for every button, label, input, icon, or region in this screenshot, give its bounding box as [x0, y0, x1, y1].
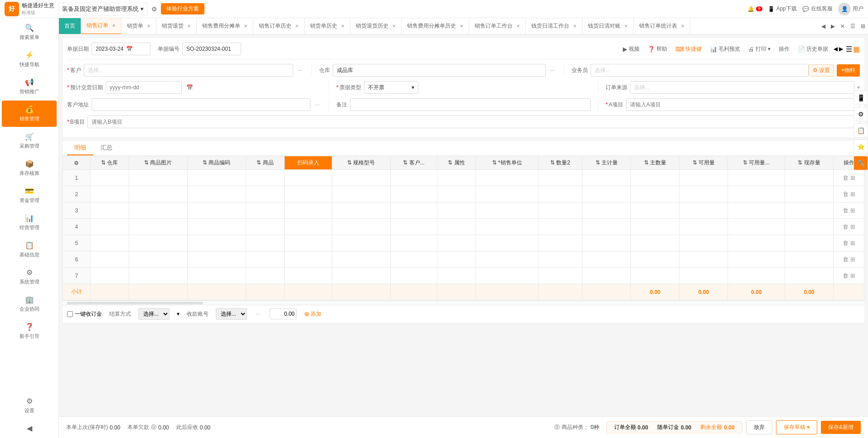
sidebar-item-search[interactable]: 🔍搜索菜单 — [2, 19, 57, 45]
tab-sales-stat[interactable]: 销售订单统计表✕ — [634, 18, 690, 34]
a-project-input[interactable] — [626, 98, 860, 111]
copy-row-icon[interactable]: ⊞ — [850, 240, 855, 246]
account-select[interactable]: 选择... — [216, 308, 247, 320]
delete-row-icon[interactable]: 🗑 — [843, 207, 849, 214]
float-tool-btn[interactable]: 🔧 — [853, 156, 868, 170]
sidebar-item-marketing[interactable]: 📢营销推广 — [2, 73, 57, 100]
notification-btn[interactable]: 🔔 9 — [747, 6, 762, 12]
order-source-dropdown[interactable]: ▾ — [857, 84, 860, 91]
col-header-main_unit[interactable]: ⇅ 主计量 — [582, 156, 631, 170]
col-header-code[interactable]: ⇅ 商品编码 — [187, 156, 246, 170]
col-header-image[interactable]: ⇅ 商品图片 — [129, 156, 187, 170]
order-source-input[interactable]: 选择... — [630, 81, 854, 94]
col-header-available[interactable]: ⇅ 可用量 — [679, 156, 728, 170]
tab-expand-btn[interactable]: ⊞ — [858, 18, 868, 34]
date-input[interactable]: 2023-03-24 📅 — [92, 43, 150, 55]
abandon-btn[interactable]: 放弃 — [746, 420, 772, 434]
warehouse-input[interactable]: 成品库 — [333, 64, 545, 77]
history-btn[interactable]: 📄 历史单据 — [795, 44, 831, 54]
profit-btn[interactable]: 📊 毛利预览 — [707, 44, 743, 54]
online-service-btn[interactable]: 💬 在线客服 — [802, 5, 833, 13]
sidebar-item-purchase[interactable]: 🛒采购管理 — [2, 128, 57, 154]
col-header-main_qty[interactable]: ⇅ 主数量 — [631, 156, 679, 170]
col-header-qty2[interactable]: ⇅ 数量2 — [538, 156, 582, 170]
account-more-btn[interactable]: ··· — [254, 311, 262, 317]
copy-row-icon[interactable]: ⊞ — [850, 272, 855, 279]
tab-menu-btn[interactable]: ☰ — [848, 18, 858, 34]
sidebar-item-guide[interactable]: ❓新手引导 — [2, 318, 57, 344]
tab-sales-order[interactable]: 销售订单✕ — [81, 18, 121, 34]
cell-actions-3[interactable]: 🗑⊞ — [834, 202, 864, 219]
shortcut-btn[interactable]: ⌨ 快捷键 — [673, 44, 704, 54]
tab-sales-fee-history[interactable]: 销售费用分摊单历史✕ — [402, 18, 469, 34]
invoice-select[interactable]: 不开票 ▾ — [364, 81, 418, 94]
cell-actions-4[interactable]: 🗑⊞ — [834, 219, 864, 235]
customer-more-btn[interactable]: ··· — [296, 67, 304, 73]
float-star-btn[interactable]: ⭐ — [853, 140, 868, 154]
tab-sales-order-history[interactable]: 销售订单历史✕ — [253, 18, 305, 34]
sidebar-item-sales[interactable]: 💰销售管理 — [2, 101, 57, 127]
delete-row-icon[interactable]: 🗑 — [843, 223, 849, 230]
sidebar-item-finance[interactable]: 💳资金管理 — [2, 182, 57, 208]
sidebar-item-operations[interactable]: 📊经营管理 — [2, 209, 57, 236]
sidebar-item-quick-nav[interactable]: ⚡快捷导航 — [2, 46, 57, 72]
delete-row-icon[interactable]: 🗑 — [843, 191, 849, 197]
one-click-payment-check[interactable]: 一键收订金 — [67, 310, 102, 318]
delivery-calendar-icon[interactable]: 📅 — [186, 84, 193, 91]
print-btn[interactable]: 🖨 打印 ▾ — [746, 44, 773, 54]
tab-sales-return[interactable]: 销货单✕ — [121, 18, 156, 34]
sub-tab-detail[interactable]: 明细 — [67, 141, 93, 155]
cell-actions-6[interactable]: 🗑⊞ — [834, 251, 864, 268]
sidebar-item-basic-info[interactable]: 📋基础信息 — [2, 236, 57, 263]
settings-btn[interactable]: ⚙设置 — [809, 64, 834, 77]
float-list-btn[interactable]: 📋 — [853, 123, 868, 138]
tab-sales-refund[interactable]: 销货退货✕ — [156, 18, 197, 34]
agent-input[interactable]: 选择... — [591, 64, 809, 77]
sidebar-item-inventory[interactable]: 📦库存核算 — [2, 155, 57, 181]
add-payment-btn[interactable]: ⊕ 添加 — [304, 310, 321, 318]
payment-amount-input[interactable] — [270, 308, 297, 319]
cell-actions-1[interactable]: 🗑⊞ — [834, 170, 864, 186]
tab-sales-order-workbench[interactable]: 销售订单工作台✕ — [469, 18, 526, 34]
app-download-btn[interactable]: 📱 App下载 — [768, 5, 797, 13]
delete-row-icon[interactable]: 🗑 — [843, 272, 849, 279]
save-new-btn[interactable]: 保存&新增 — [821, 421, 861, 434]
tab-home[interactable]: 首页 — [59, 18, 81, 34]
tab-prev-btn[interactable]: ◀ — [819, 18, 828, 34]
tab-sales-refund-history[interactable]: 销货退货历史✕ — [350, 18, 402, 34]
copy-row-icon[interactable]: ⊞ — [850, 174, 855, 181]
float-settings-btn[interactable]: ⚙ — [853, 107, 868, 121]
col-header-product[interactable]: ⇅ 商品 — [246, 156, 284, 170]
delete-row-icon[interactable]: 🗑 — [843, 174, 849, 181]
copy-row-icon[interactable]: ⊞ — [850, 256, 855, 263]
save-draft-btn[interactable]: 保存草稿 ▾ — [776, 420, 817, 434]
tab-sales-fee-split[interactable]: 销售费用分摊单✕ — [197, 18, 253, 34]
delivery-input[interactable] — [106, 81, 182, 94]
col-header-warehouse[interactable]: ⇅ 仓库 — [90, 156, 129, 170]
industry-btn[interactable]: 体验行业方案 — [161, 3, 204, 14]
help-btn[interactable]: ❓ 帮助 — [645, 44, 670, 54]
user-btn[interactable]: 👤 用户 — [838, 3, 863, 15]
table-view-btn[interactable]: ▦ — [853, 45, 860, 53]
copy-row-icon[interactable]: ⊞ — [850, 207, 855, 214]
cell-actions-5[interactable]: 🗑⊞ — [834, 235, 864, 251]
view-btn[interactable]: ▶ 视频 — [620, 44, 642, 54]
tab-cash-daily[interactable]: 钱货日清工作台✕ — [526, 18, 582, 34]
address-input[interactable] — [92, 98, 310, 111]
col-header-current_stock[interactable]: ⇅ 现存量 — [785, 156, 833, 170]
sidebar-item-settings[interactable]: ⚙ 设置 — [2, 392, 57, 419]
tab-next-btn[interactable]: ▶ — [828, 18, 838, 34]
add-material-btn[interactable]: +物料 — [837, 64, 860, 77]
customer-input[interactable]: 选择... — [84, 64, 294, 77]
delete-row-icon[interactable]: 🗑 — [843, 256, 849, 263]
sidebar-item-collapse[interactable]: ◀ — [2, 419, 57, 437]
col-header-customer_code[interactable]: ⇅ 客户... — [390, 156, 437, 170]
tab-close-btn[interactable]: ✕ — [838, 18, 848, 34]
note-input[interactable] — [350, 98, 591, 111]
next-page-btn[interactable]: ▶ — [839, 46, 843, 52]
tab-cash-reconcile[interactable]: 钱货日清对账✕ — [582, 18, 634, 34]
warehouse-more-btn[interactable]: ··· — [548, 67, 557, 73]
col-header-available2[interactable]: ⇅ 可用量... — [728, 156, 785, 170]
settlement-select[interactable]: 选择... — [138, 308, 170, 320]
sidebar-item-enterprise[interactable]: 🏢企业协同 — [2, 291, 57, 317]
